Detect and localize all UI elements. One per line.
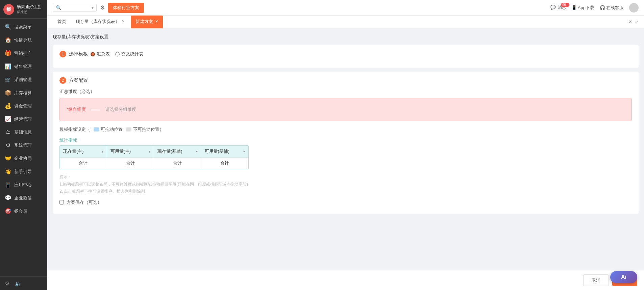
sidebar-item-basic[interactable]: 🗂 基础信息 xyxy=(0,126,47,139)
col-1-chevron[interactable]: ▾ xyxy=(102,150,103,153)
tip-2: 2. 点击标题栏下拉可设置排序、插入列和删除列 xyxy=(59,188,632,195)
sidebar-label-member: 畅会员 xyxy=(14,208,27,214)
logo-icon: 畅 xyxy=(3,4,14,15)
radio-summary-label: 汇总表 xyxy=(97,51,110,57)
sidebar-item-nav[interactable]: 🏠 快捷导航 xyxy=(0,33,47,47)
app-name: 畅康通好生意 xyxy=(17,4,41,10)
customer-service-link[interactable]: 🎧 在线客服 xyxy=(600,5,624,11)
col-4-chevron[interactable]: ▾ xyxy=(243,150,245,153)
sidebar-label-apps: 应用中心 xyxy=(14,182,32,188)
scheme-save-row: 方案保存（可选） xyxy=(59,195,632,208)
search-box[interactable]: 🔍 ▾ xyxy=(53,4,97,11)
message-button[interactable]: 💬 99+ 消息 xyxy=(550,5,566,10)
dim-section-label: 汇总维度（必选） xyxy=(59,89,632,95)
topbar: 🔍 ▾ ⚙ 体验行业方案 💬 99+ 消息 📱 App下载 🎧 在线客服 xyxy=(47,0,644,16)
ai-badge[interactable]: Ai xyxy=(610,271,637,283)
stats-table-header: 现存量(主) ▾ 可用量(主) ▾ 现存量(基辅) ▾ 可用量(基辅) xyxy=(60,146,248,158)
step1-header: 1 选择模板 汇总表 交叉统计表 xyxy=(59,51,632,57)
search-input[interactable] xyxy=(63,5,90,10)
step2-label: 方案配置 xyxy=(69,77,88,83)
sidebar-item-cooperation[interactable]: 🤝 企业协同 xyxy=(0,152,47,165)
settings-icon: ⚙ xyxy=(5,142,11,148)
col-4-label: 可用量(基辅) xyxy=(205,148,230,154)
settings-footer-icon[interactable]: ⚙ xyxy=(5,280,9,287)
sidebar-item-management[interactable]: 📈 经营管理 xyxy=(0,113,47,126)
indicator-row: 模板指标设定（ 可拖动位置 不可拖动位置） xyxy=(59,126,632,132)
sidebar-item-marketing[interactable]: 🎁 营销推广 xyxy=(0,47,47,60)
tab-new-scheme[interactable]: 新建方案 ✕ xyxy=(131,16,163,28)
tip-1: 1.拖动标题栏可以调整布局，不可跨维度或指标区域拖动栏目字段(只能在同一维度或指… xyxy=(59,181,632,188)
search-magnifier-icon: 🔍 xyxy=(56,5,61,10)
sidebar-item-member[interactable]: 🎯 畅会员 xyxy=(0,204,47,218)
tips-title: 提示： xyxy=(59,174,72,179)
sidebar-label-marketing: 营销推广 xyxy=(14,50,32,56)
sidebar-item-wechat[interactable]: 💬 企业微信 xyxy=(0,191,47,204)
sidebar-item-apps[interactable]: 📱 应用中心 xyxy=(0,178,47,191)
radio-summary[interactable]: 汇总表 xyxy=(91,51,110,57)
sidebar-item-sales[interactable]: 📊 销售管理 xyxy=(0,60,47,73)
tab-home-label: 首页 xyxy=(57,19,66,25)
sidebar-footer: ⚙ 🔈 xyxy=(0,276,47,290)
content-area: 现存量(库存状况表)方案设置 1 选择模板 汇总表 交叉统计表 xyxy=(47,28,644,270)
dimension-area[interactable]: *纵向维度 —— 请选择分组维度 xyxy=(59,98,632,121)
col-2-header[interactable]: 可用量(主) ▾ xyxy=(107,146,154,157)
tab-new-scheme-close[interactable]: ✕ xyxy=(155,19,158,24)
tab-inventory[interactable]: 现存量（库存状况表） ✕ xyxy=(71,16,129,28)
cart-icon: 🛒 xyxy=(5,76,11,83)
audio-icon[interactable]: 🔈 xyxy=(15,280,22,287)
sidebar-item-newbie[interactable]: 👋 新手引导 xyxy=(0,165,47,178)
step2-header: 2 方案配置 xyxy=(59,77,632,84)
col-2-chevron[interactable]: ▾ xyxy=(149,150,150,153)
col-1-header[interactable]: 现存量(主) ▾ xyxy=(60,146,107,157)
footer: 取消 查询 xyxy=(47,270,644,290)
handshake-icon: 🤝 xyxy=(5,155,11,162)
tips-section: 提示： 1.拖动标题栏可以调整布局，不可跨维度或指标区域拖动栏目字段(只能在同一… xyxy=(59,173,632,195)
message-badge: 99+ xyxy=(561,3,569,7)
sidebar-item-search[interactable]: 🔍 搜索菜单 xyxy=(0,20,47,33)
template-radio-group: 汇总表 交叉统计表 xyxy=(91,51,143,57)
col-2-label: 可用量(主) xyxy=(110,148,131,154)
stats-section: 统计指标 现存量(主) ▾ 可用量(主) ▾ 现存量(基辅) xyxy=(59,137,632,169)
sidebar-item-system[interactable]: ⚙ 系统管理 xyxy=(0,139,47,152)
chevron-down-icon[interactable]: ▾ xyxy=(92,5,94,10)
cell-2: 合计 xyxy=(107,158,154,169)
col-4-header[interactable]: 可用量(基辅) ▾ xyxy=(201,146,249,157)
folder-icon: 🗂 xyxy=(5,129,11,135)
avatar[interactable] xyxy=(629,3,639,13)
scheme-save-label: 方案保存（可选） xyxy=(67,199,102,206)
col-3-header[interactable]: 现存量(基辅) ▾ xyxy=(154,146,201,157)
app-download-link[interactable]: 📱 App下载 xyxy=(571,5,594,11)
target-icon: 🎯 xyxy=(5,208,11,214)
gear-icon[interactable]: ⚙ xyxy=(100,4,105,11)
sidebar-label-system: 系统管理 xyxy=(14,142,32,148)
dim-arrow: —— xyxy=(91,107,100,112)
sidebar-item-inventory[interactable]: 📦 库存核算 xyxy=(0,86,47,99)
cell-1: 合计 xyxy=(60,158,107,169)
step1-badge: 1 xyxy=(59,51,66,57)
gift-icon: 🎁 xyxy=(5,50,11,56)
step2-badge: 2 xyxy=(59,77,66,84)
indicator-label: 模板指标设定（ xyxy=(59,126,90,132)
box-icon: 📦 xyxy=(5,90,11,96)
tab-inventory-close[interactable]: ✕ xyxy=(122,19,125,24)
sidebar-label-finance: 资金管理 xyxy=(14,103,32,109)
trend-icon: 📈 xyxy=(5,116,11,122)
trial-button[interactable]: 体验行业方案 xyxy=(108,3,144,13)
tab-home[interactable]: 首页 xyxy=(53,16,71,28)
radio-cross-label: 交叉统计表 xyxy=(121,51,143,57)
cancel-button[interactable]: 取消 xyxy=(583,274,609,286)
sidebar-label-basic: 基础信息 xyxy=(14,129,32,135)
radio-cross[interactable]: 交叉统计表 xyxy=(115,51,143,57)
col-3-chevron[interactable]: ▾ xyxy=(196,150,198,153)
close-icon[interactable]: ✕ xyxy=(628,19,632,24)
sidebar-item-purchase[interactable]: 🛒 采购管理 xyxy=(0,73,47,86)
sidebar-item-finance[interactable]: 💰 资金管理 xyxy=(0,99,47,113)
dim-placeholder: 请选择分组维度 xyxy=(105,106,136,113)
app-version: 标准版 xyxy=(17,10,41,15)
sidebar: 畅 畅康通好生意 标准版 🔍 搜索菜单 🏠 快捷导航 🎁 营销推广 📊 销售管理… xyxy=(0,0,47,290)
step1-label: 选择模板 xyxy=(69,51,88,57)
expand-icon[interactable]: ⤢ xyxy=(635,19,639,24)
scheme-save-checkbox[interactable] xyxy=(59,200,64,204)
headphone-icon: 🎧 xyxy=(600,5,605,10)
sidebar-label-search: 搜索菜单 xyxy=(14,24,32,30)
